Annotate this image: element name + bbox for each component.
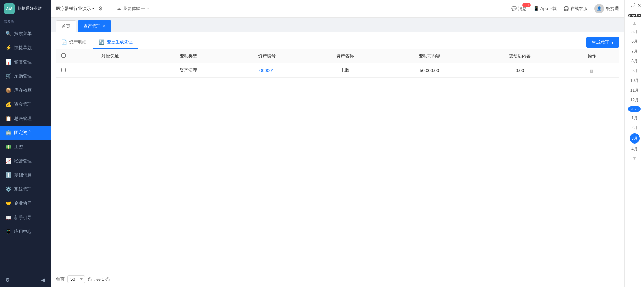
nav-label-payroll: 工资 (14, 144, 23, 150)
experience-btn[interactable]: ☁ 我要体验一下 (117, 6, 149, 12)
sidebar-item-ledger[interactable]: 📋总账管理 (0, 111, 51, 126)
subtab-icon-change-voucher: 🔄 (99, 39, 104, 45)
month-item-5[interactable]: 5月 (625, 27, 644, 37)
tab-asset-mgmt[interactable]: 资产管理× (78, 20, 111, 32)
app-download-btn[interactable]: 📱 App下载 (533, 6, 557, 12)
page-size-label: 每页 (56, 276, 65, 282)
messages-btn[interactable]: 💬 消息 99+ (511, 6, 527, 12)
th-asset-name: 资产名称 (306, 49, 384, 63)
sidebar-item-operations[interactable]: 📈经营管理 (0, 154, 51, 168)
nav-icon-system: ⚙️ (5, 186, 11, 192)
tabbar: 首页资产管理× (51, 18, 624, 32)
month-item-11[interactable]: 11月 (625, 86, 644, 95)
th-asset-code: 资产编号 (228, 49, 306, 63)
th-voucher: 对应凭证 (71, 49, 149, 63)
th-before-change: 变动前内容 (384, 49, 474, 63)
collapse-icon[interactable]: ◀ (41, 277, 45, 283)
app-download-label: App下载 (540, 6, 557, 12)
sidebar-item-system[interactable]: ⚙️系统管理 (0, 182, 51, 196)
close-panel-icon[interactable]: ✕ (637, 3, 641, 8)
tab-close-asset-mgmt[interactable]: × (103, 24, 105, 29)
table-row: -- 资产清理 000001 电脑 50,000.00 0.00 🗑 (56, 63, 619, 78)
expand-icon[interactable]: ⛶ (631, 3, 635, 7)
subtab-label-asset-detail: 资产明细 (69, 39, 87, 45)
nav-icon-app-center: 📱 (5, 229, 11, 235)
month-item-10[interactable]: 10月 (625, 76, 644, 86)
month-item-7[interactable]: 7月 (625, 46, 644, 56)
right-panel: ⛶ ✕ 2023.03 ▲5月6月7月8月9月10月11月12月20231月2月… (624, 0, 644, 287)
scroll-down-icon[interactable]: ▼ (631, 154, 638, 162)
sidebar-footer: ⚙ ◀ (0, 273, 51, 287)
nav-icon-fixed-assets: 🏢 (5, 130, 11, 136)
content-area: 📄资产明细🔄变更生成凭证 生成凭证 ▾ 对应凭证变动类型资产编号资产名称变动前内… (51, 32, 624, 287)
logo-icon: AtA (4, 3, 15, 14)
sidebar-logo: AtA 畅捷通好业财 (0, 0, 51, 18)
online-service-btn[interactable]: 🎧 在线客服 (563, 6, 588, 12)
nav-icon-search: 🔍 (5, 31, 11, 37)
pagination: 每页 102050100 条，共 1 条 (51, 271, 624, 287)
delete-icon-0[interactable]: 🗑 (589, 68, 594, 73)
select-all-checkbox[interactable] (61, 53, 66, 58)
month-item-6[interactable]: 6月 (625, 37, 644, 46)
table-wrap: 对应凭证变动类型资产编号资产名称变动前内容变动后内容操作 -- 资产清理 000… (51, 49, 624, 271)
nav-icon-inventory: 📦 (5, 87, 11, 93)
nav-icon-guide: 📖 (5, 215, 11, 221)
settings-icon[interactable]: ⚙ (5, 277, 10, 283)
generate-voucher-button[interactable]: 生成凭证 ▾ (586, 37, 619, 48)
topbar-divider (110, 5, 110, 12)
sidebar-item-purchase[interactable]: 🛒采购管理 (0, 69, 51, 83)
sidebar-item-collab[interactable]: 🤝企业协同 (0, 196, 51, 211)
row-asset-code-0: 000001 (228, 63, 306, 78)
data-table: 对应凭证变动类型资产编号资产名称变动前内容变动后内容操作 -- 资产清理 000… (56, 49, 619, 78)
month-item-12[interactable]: 12月 (625, 95, 644, 105)
nav-label-quick-nav: 快捷导航 (14, 45, 32, 51)
row-after-change-0: 0.00 (474, 63, 565, 78)
month-item-9[interactable]: 9月 (625, 66, 644, 76)
sidebar-item-finance[interactable]: 💰资金管理 (0, 97, 51, 111)
sidebar-item-payroll[interactable]: 💵工资 (0, 140, 51, 154)
month-item-3[interactable]: 3月 (630, 133, 640, 144)
company-selector[interactable]: 医疗器械行业演示 ▾ (56, 6, 94, 12)
th-after-change: 变动后内容 (474, 49, 565, 63)
topbar-settings-icon[interactable]: ⚙ (98, 5, 103, 12)
month-list: ▲5月6月7月8月9月10月11月12月20231月2月3月4月▼ (625, 19, 644, 162)
sidebar-item-fixed-assets[interactable]: 🏢固定资产 (0, 126, 51, 140)
th-checkbox (56, 49, 71, 63)
tab-home[interactable]: 首页 (56, 20, 76, 32)
topbar-right: 💬 消息 99+ 📱 App下载 🎧 在线客服 👤 畅捷通 (511, 4, 619, 13)
chevron-down-icon: ▾ (92, 7, 94, 10)
nav-label-purchase: 采购管理 (14, 73, 32, 79)
month-item-4[interactable]: 4月 (625, 144, 644, 154)
row-change-type-0: 资产清理 (149, 63, 227, 78)
phone-icon: 📱 (533, 6, 539, 11)
sidebar-item-guide[interactable]: 📖新手引导 (0, 211, 51, 225)
nav-icon-payroll: 💵 (5, 144, 11, 150)
subtab-asset-detail[interactable]: 📄资产明细 (56, 36, 92, 49)
nav-label-operations: 经营管理 (14, 158, 32, 164)
month-item-8[interactable]: 8月 (625, 56, 644, 66)
nav-icon-sales: 📊 (5, 59, 11, 65)
sidebar-item-inventory[interactable]: 📦库存核算 (0, 83, 51, 97)
generate-label: 生成凭证 (592, 39, 609, 45)
row-checkbox-0[interactable] (61, 68, 66, 72)
sidebar-item-quick-nav[interactable]: ⚡快捷导航 (0, 41, 51, 55)
user-menu[interactable]: 👤 畅捷通 (594, 4, 619, 13)
nav-icon-quick-nav: ⚡ (5, 45, 11, 51)
sidebar-item-app-center[interactable]: 📱应用中心 (0, 225, 51, 239)
nav-icon-collab: 🤝 (5, 200, 11, 206)
nav-label-basic-info: 基础信息 (14, 172, 32, 178)
total-label: 条，共 1 条 (88, 276, 110, 282)
page-size-select[interactable]: 102050100 (67, 275, 85, 283)
sidebar-item-sales[interactable]: 📊销售管理 (0, 55, 51, 69)
month-item-1[interactable]: 1月 (625, 113, 644, 123)
month-item-2[interactable]: 2月 (625, 123, 644, 133)
nav-label-search: 搜索菜单 (14, 31, 32, 37)
subtab-change-voucher[interactable]: 🔄变更生成凭证 (93, 36, 138, 49)
nav-icon-purchase: 🛒 (5, 73, 11, 79)
scroll-up-icon[interactable]: ▲ (631, 19, 638, 27)
cloud-icon: ☁ (117, 6, 121, 11)
sidebar-item-search[interactable]: 🔍搜索菜单 (0, 27, 51, 41)
nav-icon-ledger: 📋 (5, 116, 11, 122)
subtab-bar: 📄资产明细🔄变更生成凭证 生成凭证 ▾ (51, 32, 624, 49)
sidebar-item-basic-info[interactable]: ℹ️基础信息 (0, 168, 51, 182)
